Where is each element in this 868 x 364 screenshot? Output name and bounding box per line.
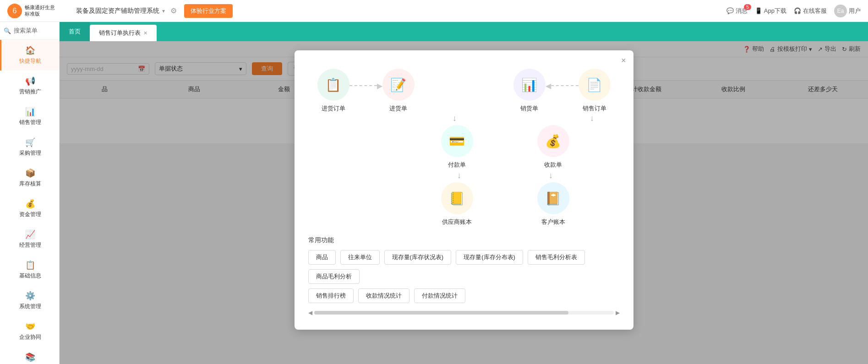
main-area: 🔍 搜索菜单 🏠 快捷导航 📢 营销推广 📊 销售管理 🛒 采购管理 📦 <box>0 22 868 364</box>
btn-sales-gross-analysis[interactable]: 销售毛利分析表 <box>528 250 585 265</box>
btn-stock-status[interactable]: 现存量(库存状况表) <box>384 250 452 265</box>
purchase-bill-node: 📝 进货单 <box>382 69 415 113</box>
top-bar: 6 畅康通好生意 标准版 装备及固定资产辅助管理系统 ▾ ⚙ 体验行业方案 💬 … <box>0 0 868 22</box>
tab-home[interactable]: 首页 <box>60 22 90 41</box>
sidebar-item-enterprise[interactable]: 🤝 企业协同 <box>0 316 59 347</box>
purchase-bill-circle: 📝 <box>382 69 415 101</box>
sidebar-item-basic-info[interactable]: 📋 基础信息 <box>0 255 59 285</box>
sidebar-item-sales[interactable]: 📊 销售管理 <box>0 101 59 132</box>
flow-arrows-down-row2: ↓ ↓ <box>317 170 611 181</box>
payment-bill-node: 💳 付款单 <box>441 125 473 169</box>
sidebar-item-system[interactable]: ⚙️ 系统管理 <box>0 285 59 316</box>
home-icon: 🏠 <box>25 45 35 55</box>
sales-bill-arrow-down: ↓ <box>574 114 611 123</box>
message-badge: 5 <box>744 4 751 10</box>
scroll-track[interactable] <box>314 311 614 315</box>
purchase-icon: 🛒 <box>25 137 35 147</box>
app-download-button[interactable]: 📱 App下载 <box>755 7 786 15</box>
btn-sales-ranking[interactable]: 销售排行榜 <box>308 288 354 303</box>
arrow-sales <box>551 85 579 86</box>
message-button[interactable]: 💬 消息 5 <box>726 7 748 15</box>
logo-text: 畅康通好生意 标准版 <box>25 5 55 16</box>
common-functions-section: 常用功能 商品 往来单位 现存量(库存状况表) 现存量(库存分布表) 销售毛利分… <box>308 236 620 303</box>
supplier-ledger-node: 📒 供应商账本 <box>441 182 473 226</box>
btn-product-gross-analysis[interactable]: 商品毛利分析 <box>308 269 360 284</box>
scroll-thumb <box>314 311 569 315</box>
btn-stock-dist[interactable]: 现存量(库存分布表) <box>456 250 523 265</box>
popup-close-button[interactable]: × <box>621 56 626 65</box>
sidebar-item-inventory[interactable]: 📦 库存核算 <box>0 163 59 193</box>
newbie-icon: 📚 <box>25 352 35 362</box>
tab-sales-order-exec[interactable]: 销售订单执行表 ✕ <box>90 25 157 41</box>
system-icon: ⚙️ <box>25 291 35 301</box>
sidebar-item-marketing[interactable]: 📢 营销推广 <box>0 71 59 101</box>
enterprise-icon: 🤝 <box>25 321 35 331</box>
quick-nav-popup: × 📋 进货订单 ▶ <box>295 50 633 330</box>
scroll-left-button[interactable]: ◀ <box>308 310 312 316</box>
tab-bar: 首页 销售订单执行表 ✕ <box>60 22 868 41</box>
flow-row-1: 📋 进货订单 ▶ 📝 进货单 <box>317 69 611 113</box>
phone-icon: 📱 <box>755 7 762 14</box>
operation-icon: 📈 <box>25 229 35 239</box>
search-icon: 🔍 <box>4 27 11 34</box>
flow-row-3: 📒 供应商账本 📔 客户账本 <box>317 181 611 227</box>
common-buttons-row2: 销售排行榜 收款情况统计 付款情况统计 <box>308 288 620 303</box>
online-service-button[interactable]: 🎧 在线客服 <box>794 7 827 15</box>
sales-order-circle: 📄 <box>579 69 611 101</box>
experience-button[interactable]: 体验行业方案 <box>184 4 233 18</box>
btn-counterpart[interactable]: 往来单位 <box>340 250 380 265</box>
purchase-order-circle: 📋 <box>317 69 349 101</box>
top-right-area: 💬 消息 5 📱 App下载 🎧 在线客服 Ea 用户 <box>726 5 861 17</box>
supplier-ledger-circle: 📒 <box>441 182 473 214</box>
popup-overlay: × 📋 进货订单 ▶ <box>60 41 868 364</box>
receipt-arrow-down: ↓ <box>533 171 569 180</box>
settings-icon[interactable]: ⚙ <box>170 6 177 15</box>
btn-payment-stats[interactable]: 付款情况统计 <box>414 288 465 303</box>
flow-diagram-area: 📋 进货订单 ▶ 📝 进货单 <box>308 64 620 232</box>
sales-icon: 📊 <box>25 107 35 117</box>
customer-ledger-node: 📔 客户账本 <box>537 182 569 226</box>
user-menu[interactable]: Ea 用户 <box>834 5 861 17</box>
btn-product[interactable]: 商品 <box>308 250 336 265</box>
popup-scrollbar: ◀ ▶ <box>308 310 620 316</box>
sales-bill-circle: 📊 <box>513 69 546 101</box>
search-menu-button[interactable]: 🔍 搜索菜单 <box>0 22 59 40</box>
flow-row-2: 💳 付款单 💰 收款单 <box>317 124 611 170</box>
sidebar: 🔍 搜索菜单 🏠 快捷导航 📢 营销推广 📊 销售管理 🛒 采购管理 📦 <box>0 22 60 364</box>
btn-receipt-stats[interactable]: 收款情况统计 <box>358 288 409 303</box>
system-name-text: 装备及固定资产辅助管理系统 <box>76 7 159 15</box>
sidebar-item-quick-nav[interactable]: 🏠 快捷导航 <box>0 40 59 71</box>
finance-icon: 💰 <box>25 199 35 209</box>
arrow-purchase <box>349 85 377 86</box>
sidebar-item-newbie[interactable]: 📚 新手引导 <box>0 347 59 364</box>
purchase-bill-arrow-down: ↓ <box>437 114 473 123</box>
system-name-area: 装备及固定资产辅助管理系统 ▾ ⚙ 体验行业方案 <box>76 4 726 18</box>
avatar: Ea <box>834 5 847 17</box>
sidebar-item-operation[interactable]: 📈 经营管理 <box>0 224 59 255</box>
common-functions-title: 常用功能 <box>308 236 620 244</box>
payment-arrow-down: ↓ <box>441 171 478 180</box>
sidebar-item-finance[interactable]: 💰 资金管理 <box>0 193 59 224</box>
marketing-icon: 📢 <box>25 76 35 86</box>
content-area: 首页 销售订单执行表 ✕ ❓ 帮助 🖨 按模板打印 <box>60 22 868 364</box>
inventory-icon: 📦 <box>25 168 35 178</box>
customer-ledger-circle: 📔 <box>537 182 569 214</box>
sales-order-node: 📄 销售订单 <box>579 69 611 113</box>
sidebar-item-purchase[interactable]: 🛒 采购管理 <box>0 132 59 163</box>
scroll-right-button[interactable]: ▶ <box>616 310 620 316</box>
tab-close-icon[interactable]: ✕ <box>143 30 147 36</box>
receipt-bill-circle: 💰 <box>537 125 569 157</box>
system-dropdown-arrow[interactable]: ▾ <box>162 8 165 14</box>
message-icon: 💬 <box>726 7 734 14</box>
logo-icon: 6 <box>7 4 22 18</box>
purchase-order-node: 📋 进货订单 <box>317 69 349 113</box>
payment-bill-circle: 💳 <box>441 125 473 157</box>
flow-arrows-down-row: ↓ ↓ <box>317 113 611 124</box>
common-buttons-row1: 商品 往来单位 现存量(库存状况表) 现存量(库存分布表) 销售毛利分析表 商品… <box>308 250 620 284</box>
sales-bill-node: 📊 销货单 <box>513 69 546 113</box>
basic-info-icon: 📋 <box>25 260 35 270</box>
headset-icon: 🎧 <box>794 7 801 14</box>
logo-area: 6 畅康通好生意 标准版 <box>7 4 67 18</box>
page-content: ❓ 帮助 🖨 按模板打印 ▾ ↗ 导出 ↻ 刷新 <box>60 41 868 364</box>
receipt-bill-node: 💰 收款单 <box>537 125 569 169</box>
